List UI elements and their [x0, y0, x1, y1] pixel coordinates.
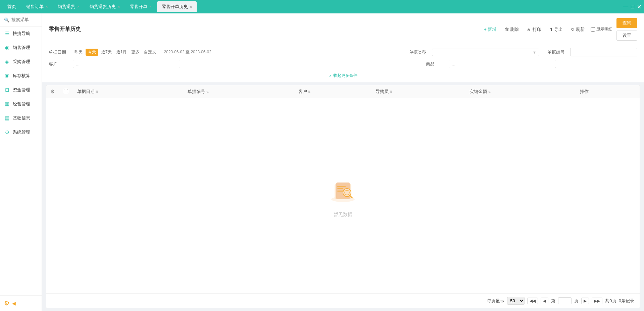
- tab-bar: 首页销售订单×销货退货×销货退货历史×零售开单×零售开单历史× — □ ✕: [0, 0, 644, 13]
- doc-no-input[interactable]: [570, 48, 637, 56]
- page-title: 零售开单历史: [49, 26, 81, 33]
- query-button[interactable]: 查询: [616, 18, 637, 28]
- tab-label-home: 首页: [7, 4, 16, 10]
- empty-illustration: [326, 174, 360, 208]
- sidebar-label-basic-info: 基础信息: [13, 115, 30, 121]
- col-header-customer[interactable]: 客户 ⇅: [294, 85, 372, 98]
- sidebar-item-operations[interactable]: ▦经营管理: [0, 97, 42, 111]
- maximize-btn[interactable]: □: [631, 4, 634, 10]
- date-tab-more[interactable]: 更多: [130, 49, 141, 56]
- sidebar-item-quick-nav[interactable]: ☰快捷导航: [0, 27, 42, 41]
- filter-area: 单据日期 昨天今天近7天近1月更多自定义 2023-06-02 至 2023-0…: [49, 45, 637, 82]
- content-area: 零售开单历史 + 新增 🗑 删除 🖨 打印 ⬆ 导出 ↻ 刷新 显示明细 查询 …: [42, 13, 644, 311]
- tab-sales-order[interactable]: 销售订单×: [21, 1, 52, 12]
- sidebar: 🔍 搜索采单 ☰快捷导航◉销售管理◈采购管理▣库存核算⊟资金管理▦经营管理▤基础…: [0, 13, 42, 311]
- sidebar-label-finance: 资金管理: [13, 87, 30, 93]
- toolbar: + 新增 🗑 删除 🖨 打印 ⬆ 导出 ↻ 刷新 显示明细 查询 设置: [482, 18, 637, 41]
- sidebar-label-system: 系统管理: [13, 129, 30, 135]
- col-header-salesperson[interactable]: 导购员 ⇅: [371, 85, 465, 98]
- date-tab-yesterday[interactable]: 昨天: [73, 49, 84, 56]
- date-tab-custom[interactable]: 自定义: [142, 49, 158, 56]
- print-button[interactable]: 🖨 打印: [525, 25, 543, 34]
- close-btn[interactable]: ✕: [637, 4, 641, 10]
- sidebar-item-purchase-mgmt[interactable]: ◈采购管理: [0, 55, 42, 69]
- window-controls: — □ ✕: [623, 4, 641, 10]
- collapse-filter-btn[interactable]: ∧ 收起更多条件: [49, 71, 637, 82]
- tab-home[interactable]: 首页: [3, 1, 21, 12]
- col-header-action: 操作: [576, 85, 640, 98]
- sidebar-icon-inventory: ▣: [4, 73, 10, 79]
- sidebar-icon-quick-nav: ☰: [4, 31, 10, 37]
- sidebar-label-purchase-mgmt: 采购管理: [13, 59, 30, 65]
- tab-close-retail-open-history[interactable]: ×: [190, 5, 192, 9]
- display-detail-input[interactable]: [591, 27, 595, 32]
- col-header-amount[interactable]: 实销金额 ⇅: [465, 85, 576, 98]
- per-page-select[interactable]: 102050100: [507, 297, 525, 305]
- add-button[interactable]: + 新增: [482, 25, 498, 34]
- minimize-btn[interactable]: —: [623, 4, 628, 10]
- sidebar-item-basic-info[interactable]: ▤基础信息: [0, 111, 42, 125]
- sidebar-icon-finance: ⊟: [4, 87, 10, 93]
- tab-retail-open-history[interactable]: 零售开单历史×: [157, 1, 197, 12]
- sort-icon-date: ⇅: [95, 90, 98, 94]
- sidebar-icon-sales-mgmt: ◉: [4, 45, 10, 51]
- date-tab-last1m[interactable]: 近1月: [115, 49, 129, 56]
- page-header: 零售开单历史 + 新增 🗑 删除 🖨 打印 ⬆ 导出 ↻ 刷新 显示明细 查询 …: [42, 13, 644, 82]
- date-label: 单据日期: [49, 49, 69, 55]
- chevron-down-icon: ▼: [533, 50, 536, 54]
- delete-button[interactable]: 🗑 删除: [503, 25, 521, 34]
- tab-label-retail-open: 零售开单: [130, 4, 147, 10]
- date-tabs: 昨天今天近7天近1月更多自定义: [73, 49, 158, 56]
- page-label: 页: [574, 298, 579, 304]
- refresh-button[interactable]: ↻ 刷新: [569, 25, 587, 34]
- sidebar-bottom: ⚙ ◀: [0, 295, 42, 311]
- empty-state: 暂无数据: [46, 98, 640, 293]
- setting-button[interactable]: 设置: [616, 31, 637, 41]
- tab-label-sales-return: 销货退货: [58, 4, 75, 10]
- tab-sales-return[interactable]: 销货退货×: [53, 1, 84, 12]
- sidebar-item-inventory[interactable]: ▣库存核算: [0, 69, 42, 83]
- customer-input[interactable]: ...: [73, 60, 180, 68]
- goods-input[interactable]: ...: [449, 60, 556, 68]
- table-container: ⚙ 单据日期 ⇅单据编号 ⇅客户 ⇅导购员 ⇅实销金额 ⇅操作: [46, 85, 640, 308]
- doc-type-label: 单据类型: [409, 49, 429, 55]
- svg-rect-4: [337, 188, 343, 189]
- display-detail-checkbox[interactable]: 显示明细: [591, 27, 612, 32]
- doc-type-select[interactable]: ▼: [432, 49, 539, 56]
- doc-no-label: 单据编号: [547, 49, 567, 55]
- date-tab-last7[interactable]: 近7天: [100, 49, 113, 56]
- tab-label-retail-open-history: 零售开单历史: [162, 4, 188, 10]
- export-button[interactable]: ⬆ 导出: [547, 25, 565, 34]
- tab-close-retail-open[interactable]: ×: [149, 5, 151, 9]
- sidebar-item-finance[interactable]: ⊟资金管理: [0, 83, 42, 97]
- sidebar-item-sales-mgmt[interactable]: ◉销售管理: [0, 41, 42, 55]
- collapse-sidebar-icon[interactable]: ◀: [12, 301, 16, 306]
- column-settings-icon[interactable]: ⚙: [50, 89, 55, 94]
- goods-label: 商品: [426, 61, 446, 67]
- sidebar-search[interactable]: 🔍 搜索采单: [0, 13, 42, 27]
- search-icon: 🔍: [4, 17, 9, 22]
- next-page-btn[interactable]: ▶: [581, 298, 589, 304]
- current-page-input[interactable]: 1: [558, 297, 572, 304]
- col-header-no[interactable]: 单据编号 ⇅: [184, 85, 294, 98]
- tab-retail-open[interactable]: 零售开单×: [125, 1, 156, 12]
- sidebar-label-inventory: 库存核算: [13, 73, 30, 79]
- tab-label-sales-order: 销售订单: [26, 4, 44, 10]
- last-page-btn[interactable]: ▶▶: [592, 298, 602, 304]
- date-tab-today[interactable]: 今天: [86, 49, 98, 56]
- settings-icon[interactable]: ⚙: [4, 300, 9, 307]
- col-header-date[interactable]: 单据日期 ⇅: [73, 85, 184, 98]
- first-page-btn[interactable]: ◀◀: [527, 298, 538, 304]
- tab-close-sales-return-history[interactable]: ×: [118, 5, 120, 9]
- tab-close-sales-order[interactable]: ×: [46, 5, 48, 9]
- sort-icon-customer: ⇅: [307, 90, 311, 94]
- prev-page-btn[interactable]: ◀: [541, 298, 548, 304]
- select-all-checkbox[interactable]: [64, 89, 68, 93]
- sidebar-label-sales-mgmt: 销售管理: [13, 45, 30, 51]
- total-info: 共0页, 0条记录: [605, 298, 634, 304]
- tab-close-sales-return[interactable]: ×: [77, 5, 79, 9]
- tab-sales-return-history[interactable]: 销货退货历史×: [85, 1, 125, 12]
- sidebar-item-system[interactable]: ⊙系统管理: [0, 125, 42, 139]
- sort-icon-amount: ⇅: [487, 90, 491, 94]
- sidebar-label-operations: 经营管理: [13, 101, 30, 107]
